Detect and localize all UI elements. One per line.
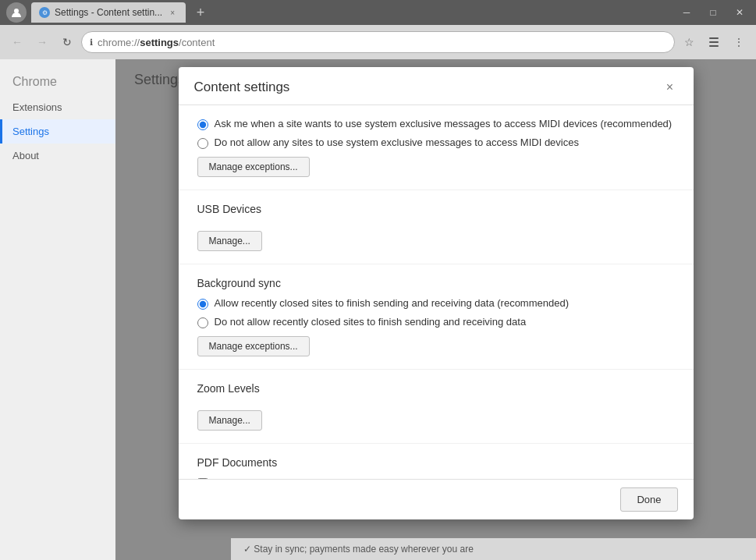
pdf-open-label: Open PDF files in the default PDF viewer…: [215, 477, 453, 479]
active-tab[interactable]: ⚙ Settings - Content settin... ×: [31, 2, 186, 23]
dialog-content[interactable]: Ask me when a site wants to use system e…: [179, 105, 694, 479]
bookmark-button[interactable]: ☆: [678, 31, 700, 53]
close-button[interactable]: ✕: [729, 5, 750, 19]
window-controls: ─ □ ✕: [676, 5, 750, 19]
profile-button[interactable]: [6, 2, 27, 23]
back-button[interactable]: ←: [6, 31, 28, 53]
address-text: chrome://settings/content: [98, 37, 215, 48]
content-settings-dialog: Content settings × Ask me when a site wa…: [179, 67, 694, 519]
navigation-bar: ← → ↻ ℹ chrome://settings/content ☆ ⋮: [0, 25, 756, 59]
minimize-button[interactable]: ─: [676, 5, 697, 19]
sync-block-radio[interactable]: [197, 317, 208, 328]
midi-block-radio[interactable]: [197, 138, 208, 149]
sync-block-label: Do not allow recently closed sites to fi…: [215, 316, 527, 328]
midi-ask-label: Ask me when a site wants to use system e…: [215, 118, 673, 129]
done-button[interactable]: Done: [620, 487, 677, 512]
midi-block-label: Do not allow any sites to use system exc…: [215, 136, 579, 148]
dialog-title: Content settings: [194, 80, 290, 95]
maximize-button[interactable]: □: [703, 5, 723, 19]
bottom-hint-bar: ✓ Stay in sync; payments made easy where…: [231, 538, 756, 560]
zoom-manage-button[interactable]: Manage...: [197, 410, 262, 431]
zoom-section: Zoom Levels Manage...: [179, 370, 694, 444]
new-tab-button[interactable]: +: [190, 2, 211, 23]
sync-allow-option[interactable]: Allow recently closed sites to finish se…: [197, 297, 675, 310]
dialog-footer: Done: [179, 479, 694, 519]
sync-manage-exceptions-button[interactable]: Manage exceptions...: [197, 336, 310, 356]
tab-favicon: ⚙: [39, 7, 50, 18]
main-area: Chrome Extensions Settings About Setting…: [0, 59, 756, 560]
forward-button[interactable]: →: [31, 31, 53, 53]
tab-label: Settings - Content settin...: [55, 7, 162, 18]
tab-close-button[interactable]: ×: [167, 7, 178, 18]
sidebar-item-settings[interactable]: Settings: [0, 119, 115, 144]
title-bar-left: ⚙ Settings - Content settin... × +: [6, 2, 676, 23]
dialog-close-button[interactable]: ×: [662, 80, 678, 95]
history-button[interactable]: [703, 31, 725, 53]
midi-manage-exceptions-button[interactable]: Manage exceptions...: [197, 157, 310, 177]
svg-rect-2: [709, 41, 719, 43]
pdf-checkbox-option[interactable]: Open PDF files in the default PDF viewer…: [197, 477, 675, 479]
address-path: /content: [179, 37, 215, 48]
sync-allow-radio[interactable]: [197, 299, 208, 310]
more-button[interactable]: ⋮: [728, 31, 750, 53]
usb-section: USB Devices Manage...: [179, 190, 694, 264]
midi-section: Ask me when a site wants to use system e…: [179, 105, 694, 190]
address-bar[interactable]: ℹ chrome://settings/content: [81, 31, 675, 53]
pdf-open-checkbox[interactable]: [197, 478, 208, 479]
settings-background: Settings Content settings × Ask: [115, 59, 756, 560]
address-host: settings: [140, 37, 179, 48]
midi-radio-group: Ask me when a site wants to use system e…: [197, 118, 675, 149]
usb-manage-button[interactable]: Manage...: [197, 231, 262, 251]
midi-ask-radio[interactable]: [197, 119, 208, 130]
sidebar-item-about[interactable]: About: [0, 144, 115, 168]
sync-allow-label: Allow recently closed sites to finish se…: [215, 297, 570, 309]
background-sync-section: Background sync Allow recently closed si…: [179, 264, 694, 370]
reload-button[interactable]: ↻: [56, 31, 78, 53]
sync-block-option[interactable]: Do not allow recently closed sites to fi…: [197, 316, 675, 328]
sidebar-title: Chrome: [0, 69, 115, 95]
dialog-overlay: Content settings × Ask me when a site wa…: [115, 59, 756, 560]
zoom-section-title: Zoom Levels: [197, 382, 675, 395]
usb-section-title: USB Devices: [197, 203, 675, 215]
sidebar-item-extensions[interactable]: Extensions: [0, 95, 115, 119]
midi-block-option[interactable]: Do not allow any sites to use system exc…: [197, 136, 675, 149]
pdf-section-title: PDF Documents: [197, 456, 675, 469]
background-sync-title: Background sync: [197, 277, 675, 289]
title-bar: ⚙ Settings - Content settin... × + ─ □ ✕: [0, 0, 756, 25]
svg-rect-3: [709, 45, 719, 47]
address-scheme: chrome://: [98, 37, 140, 48]
bottom-hint-text: ✓ Stay in sync; payments made easy where…: [243, 544, 474, 555]
sidebar: Chrome Extensions Settings About: [0, 59, 115, 560]
address-info-icon: ℹ: [90, 37, 93, 48]
pdf-section: PDF Documents Open PDF files in the defa…: [179, 444, 694, 479]
dialog-title-bar: Content settings ×: [179, 67, 694, 105]
sync-radio-group: Allow recently closed sites to finish se…: [197, 297, 675, 328]
svg-rect-1: [709, 37, 719, 39]
midi-ask-option[interactable]: Ask me when a site wants to use system e…: [197, 118, 675, 130]
